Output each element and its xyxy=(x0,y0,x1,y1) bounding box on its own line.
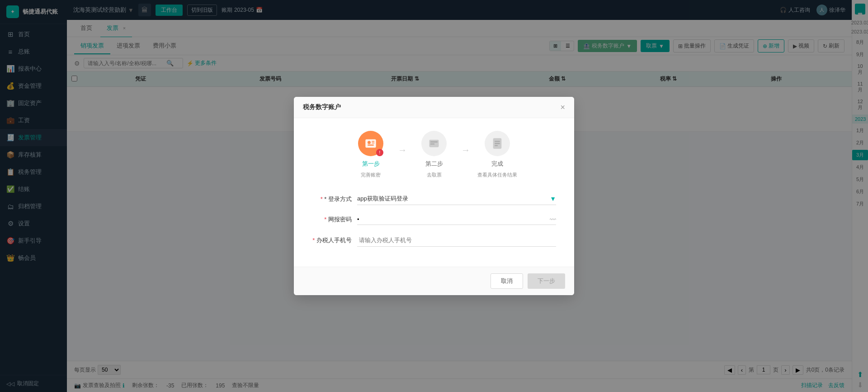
step-1-desc: 完善账密 xyxy=(361,172,381,178)
step-2: 第二步 去取票 xyxy=(411,131,457,178)
step-3: 完成 查看具体任务结果 xyxy=(475,131,520,178)
step-2-label: 第二步 xyxy=(425,160,443,168)
login-method-label-text: * 登录方式 xyxy=(324,196,352,202)
required-star-2: * xyxy=(324,216,326,223)
step-1: ! 第一步 完善账密 xyxy=(348,131,393,178)
steps-container: ! 第一步 完善账密 → 第二步 xyxy=(312,131,556,178)
next-button[interactable]: 下一步 xyxy=(528,273,565,289)
login-method-value: app获取验证码登录 xyxy=(357,195,550,203)
svg-rect-11 xyxy=(495,145,498,146)
step-3-icon xyxy=(485,131,510,156)
svg-point-1 xyxy=(368,141,371,144)
login-method-label: * * 登录方式 xyxy=(312,195,357,203)
phone-input[interactable] xyxy=(357,234,556,247)
password-label-text: 网报密码 xyxy=(328,216,352,223)
modal-close-button[interactable]: × xyxy=(560,103,565,111)
phone-row: * 办税人手机号 xyxy=(312,234,556,247)
modal-overlay: 税务数字账户 × ! xyxy=(0,0,868,392)
svg-rect-2 xyxy=(368,144,374,145)
eye-icon[interactable]: 〰 xyxy=(550,216,556,223)
svg-rect-7 xyxy=(430,143,434,144)
phone-label: * 办税人手机号 xyxy=(312,236,357,244)
svg-rect-10 xyxy=(495,143,500,144)
step-1-icon: ! xyxy=(358,131,383,156)
password-field: 〰 xyxy=(357,214,556,225)
step-arrow-1: → xyxy=(398,145,407,155)
required-star: * xyxy=(321,196,323,202)
svg-rect-9 xyxy=(495,141,500,142)
required-star-3: * xyxy=(312,237,315,244)
password-input[interactable] xyxy=(357,214,550,225)
modal-title: 税务数字账户 xyxy=(303,103,341,111)
login-method-row: * * 登录方式 app获取验证码登录 ▼ xyxy=(312,193,556,205)
step-2-desc: 去取票 xyxy=(427,172,442,178)
step-3-desc: 查看具体任务结果 xyxy=(477,172,517,178)
step-2-icon xyxy=(421,131,447,156)
digital-account-modal: 税务数字账户 × ! xyxy=(294,97,574,295)
password-row: * 网报密码 〰 xyxy=(312,214,556,225)
step-3-label: 完成 xyxy=(491,160,503,168)
svg-rect-6 xyxy=(430,141,438,142)
modal-body: ! 第一步 完善账密 → 第二步 xyxy=(294,118,574,267)
cancel-button[interactable]: 取消 xyxy=(491,273,523,289)
password-label: * 网报密码 xyxy=(312,215,357,224)
login-method-select[interactable]: app获取验证码登录 ▼ xyxy=(357,193,556,205)
step-1-badge: ! xyxy=(376,149,383,156)
phone-label-text: 办税人手机号 xyxy=(316,237,352,244)
select-arrow-icon: ▼ xyxy=(550,195,556,202)
modal-header: 税务数字账户 × xyxy=(294,97,574,118)
svg-rect-0 xyxy=(365,139,376,148)
step-1-label: 第一步 xyxy=(362,160,380,168)
step-arrow-2: → xyxy=(461,145,470,155)
modal-footer: 取消 下一步 xyxy=(294,267,574,295)
